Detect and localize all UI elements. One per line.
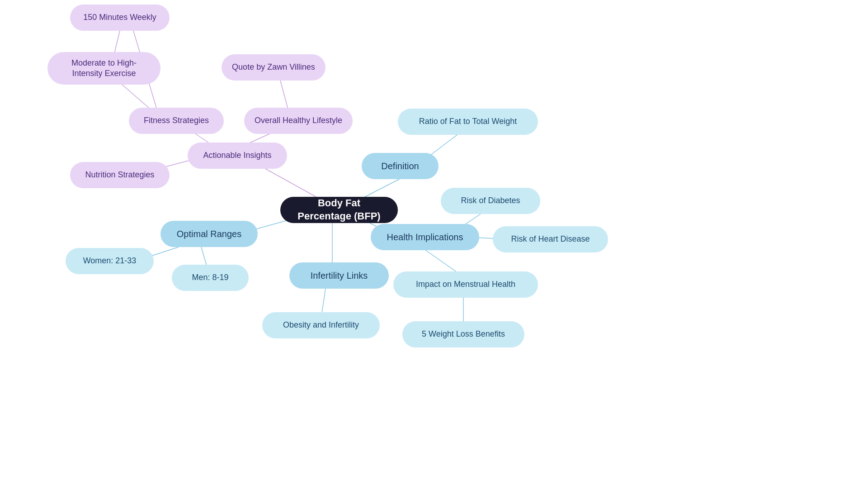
node-nutrition[interactable]: Nutrition Strategies xyxy=(70,162,170,188)
center-node[interactable]: Body Fat Percentage (BFP) xyxy=(280,197,398,223)
node-weightloss[interactable]: 5 Weight Loss Benefits xyxy=(402,321,524,347)
node-men[interactable]: Men: 8-19 xyxy=(172,265,249,291)
node-actionable[interactable]: Actionable Insights xyxy=(188,143,287,169)
node-women[interactable]: Women: 21-33 xyxy=(66,248,154,274)
node-health[interactable]: Health Implications xyxy=(371,224,479,250)
node-menstrual[interactable]: Impact on Menstrual Health xyxy=(393,271,538,298)
node-infertility[interactable]: Infertility Links xyxy=(289,262,389,289)
node-ratio[interactable]: Ratio of Fat to Total Weight xyxy=(398,109,538,135)
node-definition[interactable]: Definition xyxy=(362,153,439,179)
node-exercise[interactable]: Moderate to High-Intensity Exercise xyxy=(47,52,160,85)
node-quote[interactable]: Quote by Zawn Villines xyxy=(222,54,326,81)
node-optimal[interactable]: Optimal Ranges xyxy=(160,221,258,247)
node-minutes[interactable]: 150 Minutes Weekly xyxy=(70,5,170,31)
node-diabetes[interactable]: Risk of Diabetes xyxy=(441,188,540,214)
node-fitness[interactable]: Fitness Strategies xyxy=(129,108,224,134)
node-lifestyle[interactable]: Overall Healthy Lifestyle xyxy=(244,108,353,134)
node-heart[interactable]: Risk of Heart Disease xyxy=(493,226,608,252)
node-obesity[interactable]: Obesity and Infertility xyxy=(262,312,380,338)
